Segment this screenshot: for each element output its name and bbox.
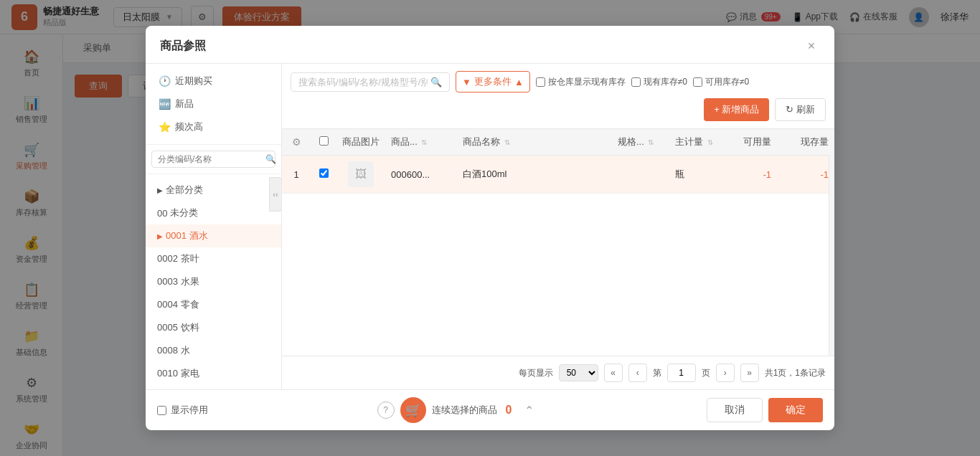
product-reference-modal: 商品参照 × 🕐 近期购买 🆕 新品 [146,26,834,430]
sort-code-icon: ⇅ [421,138,427,146]
th-settings: ⚙ [282,129,311,156]
cell-check[interactable] [311,156,336,194]
cat-label-0005: 0005 饮料 [157,321,199,334]
toolbar-right-actions: + 新增商品 ↻ 刷新 [704,98,826,121]
th-unit-label: 主计量 [675,136,703,147]
quick-filters: 🕐 近期购买 🆕 新品 ⭐ 频次高 [151,70,275,138]
page-last-button[interactable]: » [740,364,759,382]
modal-close-button[interactable]: × [803,37,820,54]
product-search-box[interactable]: 🔍 [291,72,450,92]
help-icon-button[interactable]: ? [377,402,395,419]
all-arrow-icon: ▶ [157,186,163,194]
modal-body: 🕐 近期购买 🆕 新品 ⭐ 频次高 [146,64,834,389]
cell-img: 🖼 [336,156,385,194]
product-table: ⚙ 商品图片 商品... ⇅ [282,129,834,194]
pagination-bar: 每页显示 50 10 20 100 « ‹ 第 页 › » 共1页，1条记录 [282,356,834,389]
checkbox-nonzero-avail[interactable]: 可用库存≠0 [693,76,749,88]
filter-arrow-icon: ▲ [514,77,524,87]
category-item-all[interactable]: ▶ 全部分类 [146,179,281,201]
filter-recent-purchase[interactable]: 🕐 近期购买 [151,70,275,92]
th-avail[interactable]: 可用量 [720,129,777,156]
cat-label-0001: 0001 酒水 [166,229,208,242]
category-search-icon[interactable]: 🔍 [265,154,276,164]
refresh-modal-button[interactable]: ↻ 刷新 [775,98,826,121]
th-img: 商品图片 [336,129,385,156]
category-item-0005[interactable]: 0005 饮料 [146,316,281,339]
th-stock[interactable]: 现存量 [777,129,834,156]
right-toolbar: 🔍 ▼ 更多条件 ▲ 按仓库显示现有库存 现有库存≠0 [282,64,834,129]
product-search-input[interactable] [298,77,428,87]
category-search-box[interactable]: 🔍 [151,151,275,168]
show-disabled-checkbox[interactable]: 显示停用 [157,404,208,417]
checkbox-warehouse-input[interactable] [536,77,545,87]
stock-value: -1 [820,169,829,180]
add-product-button[interactable]: + 新增商品 [704,98,769,121]
left-panel: 🕐 近期购买 🆕 新品 ⭐ 频次高 [146,64,282,389]
page-next-button[interactable]: › [716,364,735,382]
cat-label-0004: 0004 零食 [157,298,199,311]
sort-name-icon: ⇅ [504,138,510,146]
img-placeholder-icon: 🖼 [355,168,367,181]
checkbox-nonzero-stock[interactable]: 现有库存≠0 [631,76,687,88]
footer-center: ? 🛒 连续选择的商品 0 ⌃ [208,397,707,423]
checkbox-avail-input[interactable] [693,77,702,87]
page-first-button[interactable]: « [604,364,623,382]
category-item-0002[interactable]: 0002 茶叶 [146,247,281,270]
left-panel-collapse-button[interactable]: ‹‹ [269,177,282,212]
checkbox-by-warehouse[interactable]: 按仓库显示现有库存 [536,76,626,88]
page-prev-button[interactable]: ‹ [628,364,647,382]
footer-collapse-button[interactable]: ⌃ [520,402,537,419]
page-unit: 页 [702,367,710,379]
show-disabled-input[interactable] [157,406,166,415]
right-panel: 🔍 ▼ 更多条件 ▲ 按仓库显示现有库存 现有库存≠0 [282,64,834,389]
category-item-0008[interactable]: 0008 水 [146,339,281,362]
row-checkbox[interactable] [319,168,329,178]
show-disabled-text: 显示停用 [171,404,208,417]
cell-name: 白酒100ml [457,156,612,194]
page-total: 共1页，1条记录 [765,367,826,379]
sort-spec-icon: ⇅ [648,138,654,146]
cat-label-0002: 0002 茶叶 [157,252,199,265]
table-header-row: ⚙ 商品图片 商品... ⇅ [282,129,834,156]
category-item-0010[interactable]: 0010 家电 [146,362,281,385]
avail-value: -1 [763,169,771,180]
th-code[interactable]: 商品... ⇅ [385,129,457,156]
filter-new-label: 新品 [175,98,194,110]
checkbox-stock-input[interactable] [631,77,641,87]
page-number-input[interactable] [667,364,696,382]
modal-header: 商品参照 × [146,26,834,64]
table-row[interactable]: 1 🖼 000600... 白酒100ml [282,156,834,194]
th-stock-label: 现存量 [801,136,829,147]
th-avail-label: 可用量 [743,136,771,147]
th-spec-label: 规格... [618,136,644,147]
cart-button[interactable]: 🛒 [400,397,426,423]
th-name[interactable]: 商品名称 ⇅ [457,129,612,156]
filter-freq-label: 频次高 [175,120,203,133]
filter-new-products[interactable]: 🆕 新品 [151,92,275,115]
selected-count: 0 [506,404,512,417]
category-item-0001[interactable]: ▶ 0001 酒水 [146,224,281,247]
cat-label-0008: 0008 水 [157,344,190,357]
cell-avail: -1 [720,156,777,194]
cat-label-0003: 0003 水果 [157,275,199,288]
product-table-area: ⚙ 商品图片 商品... ⇅ [282,129,834,356]
filter-high-frequency[interactable]: ⭐ 频次高 [151,115,275,138]
th-unit[interactable]: 主计量 ⇅ [669,129,720,156]
page-size-select[interactable]: 50 10 20 100 [559,364,598,381]
cell-spec [612,156,669,194]
category-item-unclassified[interactable]: 00 未分类 [146,201,281,224]
product-search-icon[interactable]: 🔍 [430,77,442,87]
confirm-button[interactable]: 确定 [768,398,823,422]
cart-icon: 🛒 [405,402,421,418]
more-filters-button[interactable]: ▼ 更多条件 ▲ [456,71,530,92]
th-spec[interactable]: 规格... ⇅ [612,129,669,156]
select-all-checkbox[interactable] [319,136,329,146]
category-item-0003[interactable]: 0003 水果 [146,270,281,293]
checkbox-warehouse-label: 按仓库显示现有库存 [548,76,626,88]
table-scrollbar[interactable] [829,129,834,356]
cancel-button[interactable]: 取消 [707,398,763,422]
page-size-label: 每页显示 [519,367,553,379]
category-search-input[interactable] [158,154,265,164]
category-item-0004[interactable]: 0004 零食 [146,293,281,316]
th-img-label: 商品图片 [342,136,380,147]
